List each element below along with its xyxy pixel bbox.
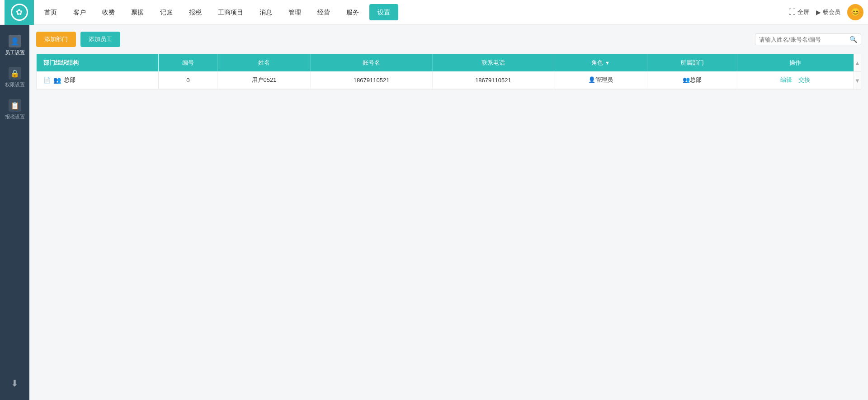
download-icon: ⬇ [11,378,19,389]
search-input[interactable] [759,36,849,43]
logo [5,0,34,25]
nav-home[interactable]: 首页 [36,0,65,25]
main-layout: 👤 员工设置 🔒 权限设置 📋 报税设置 ⬇ 添加部门 添加员工 🔍 [0,25,868,400]
employee-table: 编号 姓名 账号名 联系电话 角色 ▼ 所属部门 操作 0 用户0521 18 [159,54,854,89]
dept-tree-header: 部门组织结构 [37,54,158,71]
table-container: 部门组织结构 📄 👥 总部 编号 姓名 账号名 联系电话 [36,54,861,89]
nav-service[interactable]: 服务 [338,0,367,25]
cell-account: 18679110521 [311,71,432,89]
col-action: 操作 [737,54,854,71]
play-icon: ▶ [816,9,821,16]
dept-name: 总部 [64,76,75,84]
handover-link[interactable]: 交接 [798,76,810,83]
nav-invoice[interactable]: 票据 [123,0,152,25]
nav-bookkeeping[interactable]: 记账 [152,0,181,25]
cell-name: 用户0521 [217,71,311,89]
edit-link[interactable]: 编辑 [780,76,792,83]
cell-dept: 👥总部 [647,71,737,89]
content-area: 添加部门 添加员工 🔍 部门组织结构 📄 👥 总部 [29,25,868,400]
top-navigation: 首页 客户 收费 票据 记账 报税 工商项目 消息 管理 经营 服务 设置 ⛶ … [0,0,868,25]
table-header-row: 编号 姓名 账号名 联系电话 角色 ▼ 所属部门 操作 [159,54,854,71]
toolbar: 添加部门 添加员工 🔍 [36,32,861,47]
logo-icon [11,4,28,21]
nav-manage[interactable]: 管理 [280,0,309,25]
search-button[interactable]: 🔍 [849,36,857,43]
nav-fee[interactable]: 收费 [94,0,123,25]
search-box: 🔍 [755,33,861,45]
col-role[interactable]: 角色 ▼ [554,54,647,71]
sidebar-tax-label: 报税设置 [5,113,25,120]
member-label: 畅会员 [823,8,840,16]
dept-tree: 部门组织结构 📄 👥 总部 [37,54,159,89]
fullscreen-label: 全屏 [797,8,809,16]
col-account: 账号名 [311,54,432,71]
sidebar-bottom: ⬇ [0,373,29,400]
add-dept-button[interactable]: 添加部门 [36,32,76,47]
cell-role: 👤管理员 [554,71,647,89]
fullscreen-button[interactable]: ⛶ 全屏 [788,8,809,16]
dept-tree-item-general[interactable]: 📄 👥 总部 [37,71,158,89]
sidebar-permission-label: 权限设置 [5,81,25,88]
table-scroll-controls: ▲ ▼ [854,54,861,89]
sidebar-item-employee[interactable]: 👤 员工设置 [0,29,29,61]
table-row: 0 用户0521 18679110521 18679110521 👤管理员 👥总… [159,71,854,89]
nav-menu: 首页 客户 收费 票据 记账 报税 工商项目 消息 管理 经营 服务 设置 [36,0,788,25]
nav-operation[interactable]: 经营 [309,0,338,25]
dept-ref-icon: 👥 [683,76,690,83]
file-icon: 📄 [43,77,51,84]
role-icon: 👤 [588,76,595,83]
add-emp-button[interactable]: 添加员工 [80,32,120,47]
sidebar: 👤 员工设置 🔒 权限设置 📋 报税设置 ⬇ [0,25,29,400]
nav-tax[interactable]: 报税 [181,0,210,25]
col-phone: 联系电话 [432,54,554,71]
nav-message[interactable]: 消息 [251,0,280,25]
dept-user-icon: 👥 [53,76,61,84]
tax-setting-icon: 📋 [9,99,21,112]
avatar[interactable]: 😊 [847,4,863,20]
fullscreen-icon: ⛶ [788,8,796,16]
col-dept: 所属部门 [647,54,737,71]
scroll-down-button[interactable]: ▼ [854,72,861,89]
scroll-up-button[interactable]: ▲ [854,54,861,72]
col-name: 姓名 [217,54,311,71]
cell-id: 0 [159,71,217,89]
cell-actions: 编辑 交接 [737,71,854,89]
cell-phone: 18679110521 [432,71,554,89]
member-button[interactable]: ▶ 畅会员 [816,8,840,16]
nav-settings[interactable]: 设置 [369,4,398,20]
col-id: 编号 [159,54,217,71]
sidebar-item-tax-setting[interactable]: 📋 报税设置 [0,94,29,126]
sidebar-item-permission[interactable]: 🔒 权限设置 [0,61,29,94]
nav-commerce[interactable]: 工商项目 [210,0,251,25]
nav-right-area: ⛶ 全屏 ▶ 畅会员 😊 [788,4,863,20]
nav-client[interactable]: 客户 [65,0,94,25]
employee-icon: 👤 [9,35,21,47]
permission-icon: 🔒 [9,67,21,80]
sidebar-download-button[interactable]: ⬇ [9,373,21,393]
sidebar-employee-label: 员工设置 [5,49,25,56]
